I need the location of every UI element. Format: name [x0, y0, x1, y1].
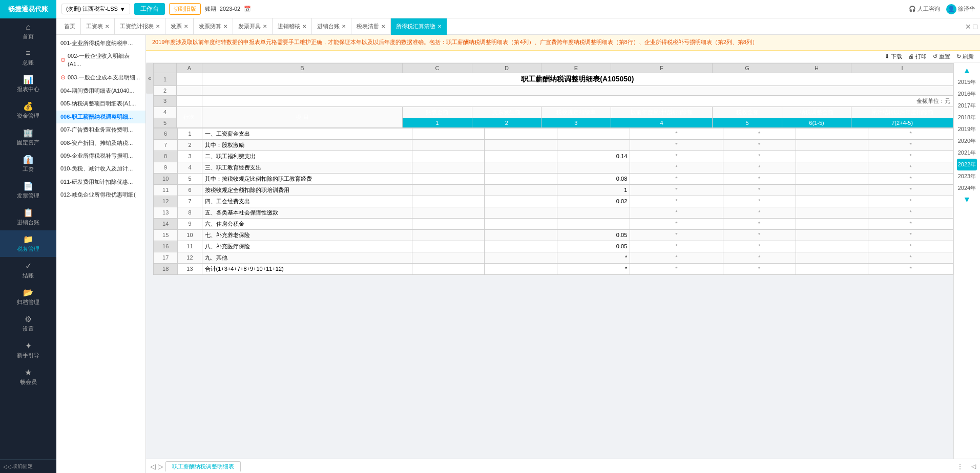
tab-payroll-stats[interactable]: 工资统计报表✕: [115, 18, 165, 35]
tab-sales-ledger[interactable]: 进销台账✕: [312, 18, 351, 35]
sidebar-item-reports[interactable]: 📊 报表中心: [0, 71, 56, 97]
form-item-005[interactable]: 005-纳税调整项目明细表(A1...: [56, 97, 145, 110]
form-item-008[interactable]: 008-资产折旧、摊销及纳税...: [56, 137, 145, 149]
col2-cell[interactable]: [485, 218, 557, 229]
year-item[interactable]: 2024年: [957, 182, 977, 194]
col1-cell[interactable]: [412, 263, 485, 274]
col2-cell[interactable]: [485, 263, 557, 274]
tab-audit[interactable]: 进销稽核✕: [273, 18, 312, 35]
sidebar-item-settings[interactable]: ⚙ 设置: [0, 310, 56, 337]
col1-cell[interactable]: [412, 207, 485, 218]
human-service[interactable]: 🎧 人工咨询: [909, 5, 940, 13]
collapse-button[interactable]: «: [146, 63, 153, 94]
print-button[interactable]: 🖨 打印: [908, 53, 927, 60]
sidebar-item-sales-ledger[interactable]: 📋 进销台账: [0, 204, 56, 230]
form-item-006[interactable]: 006-职工薪酬纳税调整明细...: [56, 111, 145, 123]
col6-cell[interactable]: [796, 229, 868, 241]
sidebar-item-assets[interactable]: 🏢 固定资产: [0, 124, 56, 150]
more-icon[interactable]: ⋮: [957, 463, 963, 470]
close-icon[interactable]: ✕: [184, 24, 188, 29]
col6-cell[interactable]: [796, 150, 868, 162]
sidebar-item-invoice[interactable]: 📄 发票管理: [0, 177, 56, 204]
col1-cell[interactable]: [412, 162, 485, 173]
col3-cell[interactable]: 0.08: [557, 173, 630, 184]
col1-cell[interactable]: [412, 184, 485, 196]
sidebar-item-tax[interactable]: 📁 税务管理: [0, 230, 56, 257]
switch-version-button[interactable]: 切到旧版: [169, 3, 201, 15]
year-item[interactable]: 2023年: [957, 170, 977, 182]
col1-cell[interactable]: [412, 252, 485, 263]
col2-cell[interactable]: [485, 252, 557, 263]
year-item[interactable]: 2017年: [957, 100, 977, 112]
sidebar-item-ledger[interactable]: ≡ 总账: [0, 45, 56, 71]
close-tab-button[interactable]: ✕: [965, 23, 971, 31]
col3-cell[interactable]: *: [557, 263, 630, 274]
restore-tab-button[interactable]: □: [973, 23, 977, 31]
col6-cell[interactable]: [796, 196, 868, 207]
col2-cell[interactable]: [485, 196, 557, 207]
close-icon[interactable]: ✕: [437, 24, 442, 29]
col3-cell[interactable]: 1: [557, 184, 630, 196]
col2-cell[interactable]: [485, 139, 557, 150]
col1-cell[interactable]: [412, 218, 485, 229]
item-label-cell[interactable]: 五、各类基本社会保障性缴款: [202, 207, 412, 218]
scroll-right-icon[interactable]: ◁: [971, 463, 976, 470]
col3-cell[interactable]: [557, 207, 630, 218]
year-up-button[interactable]: ▲: [962, 65, 972, 76]
sidebar-item-payroll[interactable]: 👔 工资: [0, 150, 56, 177]
col1-cell[interactable]: [412, 150, 485, 162]
year-item[interactable]: 2018年: [957, 112, 977, 123]
col2-cell[interactable]: [485, 128, 557, 139]
item-label-cell[interactable]: 合计(1+3+4+7+8+9+10+11+12): [202, 263, 412, 274]
close-icon[interactable]: ✕: [302, 24, 306, 29]
col6-cell[interactable]: [796, 173, 868, 184]
year-item[interactable]: 2022年: [957, 159, 977, 170]
col2-cell[interactable]: [485, 207, 557, 218]
col3-cell[interactable]: [557, 162, 630, 173]
item-label-cell[interactable]: 四、工会经费支出: [202, 196, 412, 207]
col3-cell[interactable]: 0.05: [557, 241, 630, 252]
workbench-button[interactable]: 工作台: [134, 3, 165, 15]
form-item-007[interactable]: 007-广告费和业务宣传费明...: [56, 123, 145, 136]
col6-cell[interactable]: [796, 207, 868, 218]
close-icon[interactable]: ✕: [156, 24, 160, 29]
col6-cell[interactable]: [796, 241, 868, 252]
item-label-cell[interactable]: 八、补充医疗保险: [202, 241, 412, 252]
form-item-003[interactable]: ⊙ 003-一般企业成本支出明细...: [56, 71, 145, 84]
col6-cell[interactable]: [796, 162, 868, 173]
form-item-009[interactable]: 009-企业所得税税补亏损明...: [56, 149, 145, 162]
item-label-cell[interactable]: 一、工资薪金支出: [202, 128, 412, 139]
col1-cell[interactable]: [412, 173, 485, 184]
sheet-tab-main[interactable]: 职工薪酬纳税调整明细表: [165, 461, 241, 471]
item-label-cell[interactable]: 七、补充养老保险: [202, 229, 412, 241]
form-item-012[interactable]: 012-减免企业所得税优惠明细(: [56, 188, 145, 201]
item-label-cell[interactable]: 其中：按税收规定比例扣除的职工教育经费: [202, 173, 412, 184]
form-item-010[interactable]: 010-免税、减计收入及加计...: [56, 162, 145, 175]
form-item-001[interactable]: 001-企业所得税年度纳税申...: [56, 37, 145, 50]
col2-cell[interactable]: [485, 241, 557, 252]
col2-cell[interactable]: [485, 184, 557, 196]
col1-cell[interactable]: [412, 196, 485, 207]
sidebar-item-finance[interactable]: 💰 资金管理: [0, 97, 56, 124]
unpin-button[interactable]: ◁◁ 取消固定: [0, 460, 56, 473]
company-selector[interactable]: (勿删) 江西税宝-LSS ▼: [61, 4, 130, 14]
close-icon[interactable]: ✕: [105, 24, 109, 29]
form-item-002[interactable]: ⊙ 002-一般企业收入明细表(A1...: [56, 50, 145, 71]
item-label-cell[interactable]: 三、职工教育经费支出: [202, 162, 412, 173]
user-avatar[interactable]: 👤 徐泽华: [946, 4, 975, 14]
year-down-button[interactable]: ▼: [962, 194, 972, 205]
col3-cell[interactable]: 0.14: [557, 150, 630, 162]
item-label-cell[interactable]: 六、住房公积金: [202, 218, 412, 229]
spreadsheet-scroll[interactable]: A B C D E F G H I: [153, 63, 953, 459]
sidebar-item-member[interactable]: ★ 畅会员: [0, 363, 56, 390]
form-item-004[interactable]: 004-期间费用明细表(A1040...: [56, 84, 145, 97]
calendar-icon[interactable]: 📅: [244, 6, 251, 12]
col3-cell[interactable]: 0.05: [557, 229, 630, 241]
reset-button[interactable]: ↺ 重置: [933, 53, 950, 60]
col6-cell[interactable]: [796, 128, 868, 139]
year-item[interactable]: 2021年: [957, 147, 977, 159]
scroll-left-button[interactable]: ◁: [150, 462, 156, 470]
sidebar-item-home[interactable]: ⌂ 首页: [0, 18, 56, 45]
col3-cell[interactable]: [557, 128, 630, 139]
col1-cell[interactable]: [412, 128, 485, 139]
